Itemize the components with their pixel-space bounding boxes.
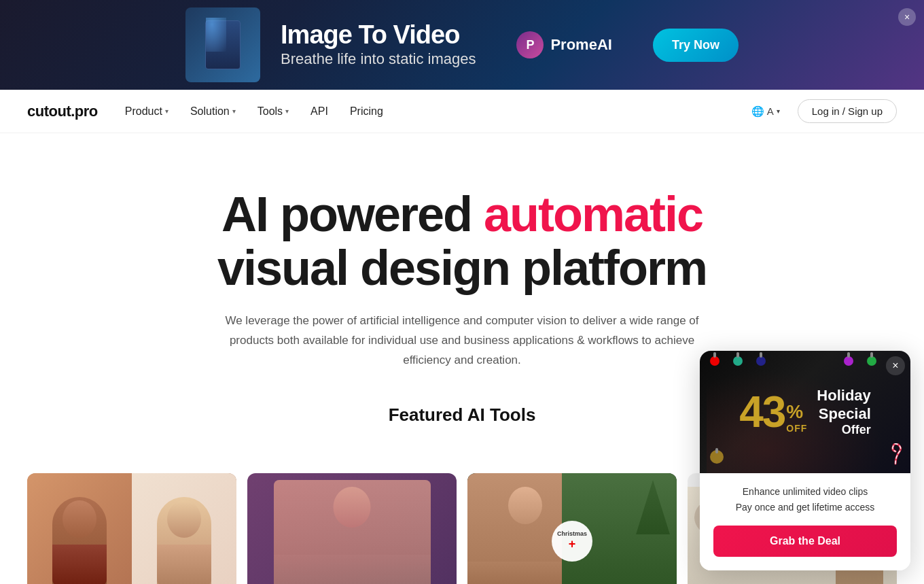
popup-percent-value: 43 [739,390,785,434]
popup-desc-line2: Pay once and get lifetime access [736,502,875,513]
translate-icon: 🌐 [751,105,764,118]
chevron-down-icon: ▾ [285,107,289,115]
christmas-badge: Christmas + [552,521,592,562]
hero-title-highlight: automatic [484,187,703,241]
nav-item-solution[interactable]: Solution ▾ [190,105,236,118]
hero-title-plain: AI powered [221,187,484,241]
logo[interactable]: cutout.pro [27,103,98,120]
login-signup-button[interactable]: Log in / Sign up [798,99,897,123]
popup-desc-line1: Enhance unlimited video clips [743,486,868,497]
hero-title-line2: visual design platform [217,241,707,295]
navbar: cutout.pro Product ▾ Solution ▾ Tools ▾ … [0,90,924,133]
popup-percent-block: 43 % OFF [739,390,807,434]
ad-sub-text: Breathe life into static images [281,50,476,68]
candy-cane-icon [887,443,904,467]
nav-api-label: API [310,105,328,118]
nav-pricing-label: Pricing [350,105,383,118]
popup-holiday-line3: Offer [817,423,870,437]
popup-description: Enhance unlimited video clips Pay once a… [713,484,897,515]
tool-card-portrait[interactable] [27,473,236,584]
card-right-half [132,473,236,584]
christmas-label: Christmas [557,531,587,538]
nav-tools-label: Tools [257,105,283,118]
ad-logo-name: PromeAI [550,36,611,54]
ad-logo-icon: P [516,31,544,58]
popup-percent-sign: % [786,401,803,423]
ad-product-image [185,7,260,82]
tool-card-christmas[interactable]: Christmas + [467,473,677,584]
ad-try-button[interactable]: Try Now [653,29,739,62]
chevron-down-icon: ▾ [777,107,780,115]
card-left-half [27,473,132,584]
ad-logo: P PromeAI [516,31,611,58]
hero-subtitle: We leverage the power of artificial inte… [224,311,700,371]
popup-off-label: OFF [786,423,807,434]
nav-product-label: Product [125,105,162,118]
nav-item-api[interactable]: API [310,105,328,118]
navbar-right: 🌐 A ▾ Log in / Sign up [745,99,897,123]
ad-close-button[interactable]: × [898,8,916,26]
popup-body: Enhance unlimited video clips Pay once a… [700,473,910,570]
popup-banner: 43 % OFF Holiday Special Offer [700,351,910,473]
ornament-gold-icon [707,445,727,465]
popup-holiday-text: Holiday Special Offer [817,387,870,437]
hero-title: AI powered automatic visual design platf… [156,188,768,295]
nav-solution-label: Solution [190,105,230,118]
popup-holiday-line2: Special [817,405,870,423]
plus-icon: + [569,537,576,551]
language-button[interactable]: 🌐 A ▾ [745,101,787,122]
chevron-down-icon: ▾ [232,107,236,115]
grab-deal-button[interactable]: Grab the Deal [713,526,897,557]
ad-banner: Image To Video Breathe life into static … [0,0,924,90]
popup-overlay: 43 % OFF Holiday Special Offer [700,351,910,570]
nav-menu: Product ▾ Solution ▾ Tools ▾ API Pricing [125,105,717,118]
nav-item-tools[interactable]: Tools ▾ [257,105,289,118]
nav-item-pricing[interactable]: Pricing [350,105,383,118]
popup-holiday-line1: Holiday [817,387,870,405]
svg-rect-1 [715,448,718,453]
lang-label: A [767,105,774,117]
ad-main-text: Image To Video [281,22,476,48]
nav-item-product[interactable]: Product ▾ [125,105,168,118]
chevron-down-icon: ▾ [165,107,168,115]
tool-card-face-retouch[interactable] [247,473,457,584]
ad-text: Image To Video Breathe life into static … [281,22,476,68]
